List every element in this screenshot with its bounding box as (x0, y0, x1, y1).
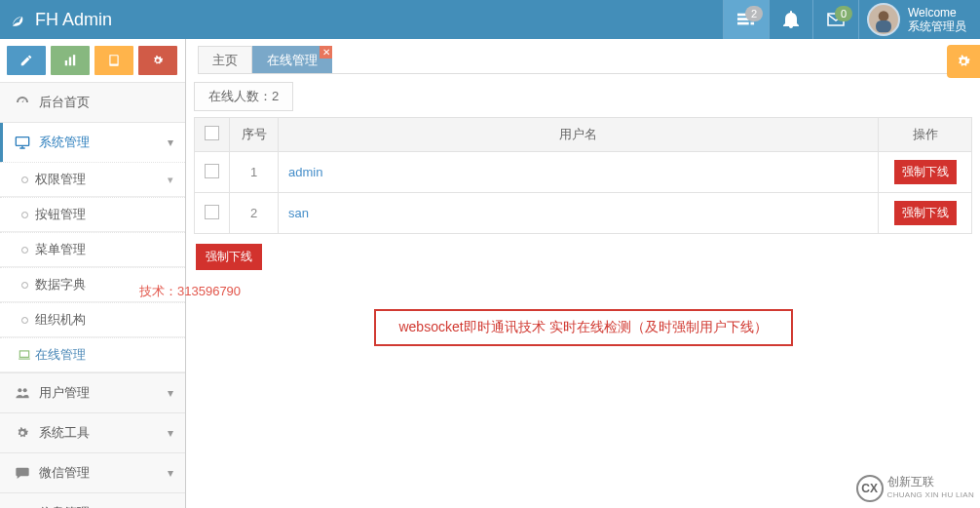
toolbar: 在线人数：2 (194, 82, 972, 111)
sidebar-action-row (0, 39, 185, 83)
svg-point-14 (18, 388, 21, 392)
checkbox-all[interactable] (205, 126, 219, 140)
svg-point-7 (879, 11, 889, 21)
online-count-label: 在线人数： (208, 89, 272, 103)
svg-rect-9 (65, 60, 67, 65)
sub-label: 菜单管理 (35, 241, 86, 258)
sub-label: 组织机构 (35, 311, 86, 329)
callout-note: websocket即时通讯技术 实时在线检测（及时强制用户下线） (374, 309, 793, 346)
welcome-label: Welcome (908, 6, 966, 20)
header-mail-button[interactable]: 0 (812, 0, 858, 39)
sidebar-sub-permission[interactable]: 权限管理▾ (0, 163, 185, 196)
batch-force-logout-button[interactable]: 强制下线 (196, 244, 262, 270)
svg-point-15 (23, 388, 27, 392)
sidebar-item-systools[interactable]: 系统工具 ▾ (0, 413, 185, 452)
gear-icon (12, 425, 33, 441)
sub-label: 在线管理 (35, 346, 86, 364)
brand-text: FH Admin (35, 10, 112, 30)
sidebar-item-sysmgmt[interactable]: 系统管理 ▾ (0, 123, 185, 162)
watermark-logo: CX (856, 475, 884, 502)
chevron-down-icon: ▾ (168, 386, 173, 400)
svg-rect-12 (16, 137, 28, 146)
watermark: CX 创新互联 CHUANG XIN HU LIAN (856, 475, 974, 502)
cell-seq: 2 (230, 193, 279, 234)
sidebar-sub-menu[interactable]: 菜单管理 (0, 233, 185, 266)
sidebar-sub-org[interactable]: 组织机构 (0, 303, 185, 336)
app-header: FH Admin 2 0 Welcome 系统管理员 (0, 0, 980, 39)
monitor-icon (12, 136, 33, 149)
action-chart-button[interactable] (51, 46, 90, 75)
mail-badge: 0 (835, 6, 852, 21)
sub-label: 权限管理 (35, 171, 86, 188)
sidebar-item-label: 用户管理 (39, 384, 90, 402)
sub-label: 数据字典 (35, 276, 86, 293)
header-bell-button[interactable] (769, 0, 812, 39)
cell-seq: 1 (230, 152, 279, 193)
th-checkbox (195, 118, 230, 152)
watermark-main: 创新互联 (887, 476, 974, 488)
table-row: 2 san 强制下线 (195, 193, 972, 234)
chevron-down-icon: ▾ (168, 174, 173, 186)
sidebar-item-usermgmt[interactable]: 用户管理 ▾ (0, 373, 185, 412)
sidebar-item-info[interactable]: 信息管理 ▾ (0, 493, 185, 508)
chevron-down-icon: ▾ (168, 426, 173, 440)
sub-label: 按钮管理 (35, 206, 86, 223)
svg-rect-10 (69, 58, 71, 66)
svg-rect-2 (737, 22, 749, 25)
tab-online[interactable]: 在线管理✕ (252, 46, 332, 73)
online-count-value: 2 (272, 89, 279, 103)
svg-rect-5 (751, 22, 755, 25)
sidebar-sub-button[interactable]: 按钮管理 (0, 198, 185, 231)
sidebar-item-label: 系统管理 (39, 134, 90, 151)
force-logout-button[interactable]: 强制下线 (894, 201, 957, 225)
row-checkbox[interactable] (205, 205, 219, 219)
watermark-sub: CHUANG XIN HU LIAN (887, 490, 974, 499)
cell-username-link[interactable]: san (288, 206, 309, 220)
action-edit-button[interactable] (7, 46, 46, 75)
tab-home[interactable]: 主页 (198, 46, 252, 73)
svg-rect-8 (876, 20, 891, 32)
online-users-table: 序号 用户名 操作 1 admin 强制下线 2 san 强制下线 (194, 117, 972, 234)
sidebar-item-label: 后台首页 (39, 94, 90, 111)
chevron-down-icon: ▾ (168, 466, 173, 480)
row-checkbox[interactable] (205, 164, 219, 178)
user-text: Welcome 系统管理员 (908, 6, 966, 33)
sidebar-item-label: 系统工具 (39, 424, 90, 442)
action-book-button[interactable] (94, 46, 133, 75)
svg-rect-11 (73, 55, 75, 65)
brand[interactable]: FH Admin (0, 10, 112, 30)
th-username: 用户名 (279, 118, 879, 152)
sidebar-item-dashboard[interactable]: 后台首页 (0, 83, 185, 122)
avatar (867, 3, 900, 36)
tab-bar: 主页 在线管理✕ (198, 45, 972, 74)
tasks-badge: 2 (745, 6, 763, 21)
laptop-icon (18, 349, 31, 361)
sidebar-sub-online[interactable]: 在线管理 (0, 338, 185, 371)
sidebar-item-wechat[interactable]: 微信管理 ▾ (0, 453, 185, 492)
cell-username-link[interactable]: admin (288, 165, 322, 179)
th-action: 操作 (879, 118, 972, 152)
users-icon (12, 386, 33, 400)
svg-rect-13 (19, 351, 28, 357)
sidebar: 后台首页 系统管理 ▾ 权限管理▾ 按钮管理 菜单管理 数据字典 组织机构 在线… (0, 39, 186, 508)
header-tasks-button[interactable]: 2 (723, 0, 769, 39)
close-icon[interactable]: ✕ (320, 46, 332, 59)
online-count-chip: 在线人数：2 (194, 82, 293, 111)
chevron-down-icon: ▾ (168, 136, 173, 149)
content-area: 主页 在线管理✕ 在线人数：2 序号 用户名 操作 1 ad (186, 39, 980, 508)
dashboard-icon (12, 95, 33, 110)
header-user-menu[interactable]: Welcome 系统管理员 (858, 0, 980, 39)
chat-icon (12, 466, 33, 480)
bell-icon (783, 11, 799, 28)
settings-fab[interactable] (947, 45, 980, 78)
sysmgmt-submenu: 权限管理▾ 按钮管理 菜单管理 数据字典 组织机构 在线管理 (0, 162, 185, 372)
tab-label: 主页 (212, 52, 238, 69)
table-row: 1 admin 强制下线 (195, 152, 972, 193)
header-right: 2 0 Welcome 系统管理员 (723, 0, 980, 39)
tab-label: 在线管理 (267, 52, 318, 69)
force-logout-button[interactable]: 强制下线 (894, 160, 957, 184)
watermark-text: 创新互联 CHUANG XIN HU LIAN (887, 476, 974, 501)
sidebar-item-label: 信息管理 (39, 504, 90, 508)
user-role: 系统管理员 (908, 20, 966, 33)
action-settings-button[interactable] (138, 46, 177, 75)
